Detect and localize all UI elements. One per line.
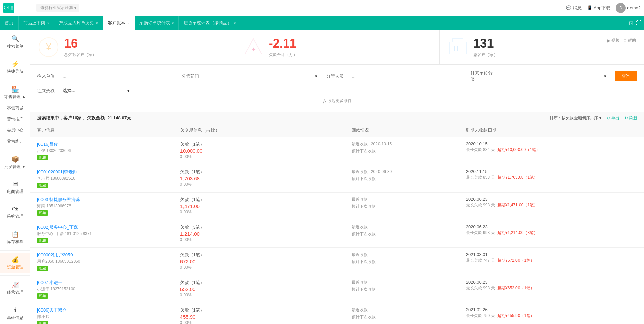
overdue-link[interactable]: 超期¥1,703.68（1笔） (497, 175, 538, 180)
inventory-icon: 📋 (11, 231, 19, 238)
overdue-link[interactable]: 超期¥672.00（1笔） (497, 258, 534, 263)
debt-count: 欠款（1笔） (180, 141, 352, 147)
client-name-link[interactable]: [0002]服务中心_丁磊 (37, 224, 180, 230)
filter-department: 分管部门 ▾ (181, 72, 319, 80)
client-name-link[interactable]: [000002]用户2050 (37, 252, 180, 258)
sidebar-item-retail-mall[interactable]: 零售商城 (0, 102, 30, 114)
chevron-down-icon: ▾ (74, 6, 76, 10)
sidebar-basic-label: 基础信息 (7, 315, 23, 321)
sidebar-item-inventory[interactable]: 📋 库存核算 (0, 228, 30, 247)
client-info: [0001020001]李老师 李老师 18600391516 现销 (37, 169, 180, 188)
counterpart-label: 往来单位 (37, 73, 61, 79)
sidebar-item-ecom[interactable]: 🖥 电商管理 (0, 178, 30, 197)
sort-selector[interactable]: 排序：按欠款金额倒序排序 ▾ (550, 115, 601, 121)
client-name-link[interactable]: [0016]吕俊 (37, 141, 180, 147)
refresh-icon: ↻ (625, 116, 628, 120)
sidebar-item-search[interactable]: 🔍 搜索菜单 (0, 32, 30, 52)
client-name-link[interactable]: [0001020001]李老师 (37, 169, 180, 175)
stats-row: ¥ 16 总欠款客户（家） ✦ -2.11 欠款合计（万） (30, 30, 644, 65)
sidebar-item-finance[interactable]: 💰 资金管理 (0, 253, 30, 273)
table-row: [0002]服务中心_丁磊 服务中心_丁磊 181 0125 8371 现销 欠… (30, 220, 644, 248)
next-collect-label: 预计下次收款 (352, 176, 466, 182)
sidebar-item-retail-stats[interactable]: 零售统计 (0, 136, 30, 147)
tab-home[interactable]: 首页 (0, 16, 19, 30)
app-download-btn[interactable]: 📱 App下载 (587, 5, 610, 11)
last-collect-label: 最近收款 (352, 307, 466, 313)
debt-info: 欠款（1笔） 10,000.00 0.00% (180, 141, 352, 159)
debt-amount: 652.00 (180, 286, 352, 292)
overdue-link[interactable]: 超期¥10,000.00（1笔） (497, 147, 540, 152)
tab-product-history[interactable]: 产成品入库单历史 × (54, 16, 103, 30)
counterpart-input[interactable]: ... (61, 72, 175, 80)
restore-icon[interactable]: ⊡ (629, 20, 633, 26)
category-select[interactable]: ▾ (494, 72, 608, 80)
overdue-link[interactable]: 超期¥455.90（1笔） (497, 313, 534, 318)
client-name-link[interactable]: [0006]去下粮仓 (37, 307, 180, 313)
maximize-icon[interactable]: ⛶ (636, 20, 641, 26)
export-button[interactable]: ⊙ 导出 (607, 115, 619, 121)
sidebar-item-ops[interactable]: 📈 经营管理 (0, 278, 30, 298)
help-btn[interactable]: ⊙ 帮助 (623, 38, 636, 43)
sidebar-item-quick-nav[interactable]: ⚡ 快捷导航 (0, 58, 30, 77)
client-contact: 李老师 18600391516 (37, 176, 180, 181)
total-customers-icon (448, 37, 468, 57)
client-info: [0007]小进干 小进干 18279152100 现销 (37, 279, 180, 299)
next-collect-label: 预计下次收款 (352, 259, 466, 265)
person-input[interactable]: ... (350, 72, 464, 80)
last-collect-label: 最近收款 2020-06-30 (352, 169, 466, 175)
tab-inbound-stats[interactable]: 进货单统计表（按商品） × (179, 16, 241, 30)
debt-percent: 0.00% (180, 182, 352, 187)
tab-product-listing[interactable]: 商品上下架 × (19, 16, 54, 30)
tab-customer-account[interactable]: 客户账本 × (103, 16, 135, 30)
filter-person: 分管人员 ... (326, 72, 464, 80)
purchase-icon: 🛍 (12, 206, 18, 213)
table-row: [0001020001]李老师 李老师 18600391516 现销 欠款（1笔… (30, 165, 644, 193)
stat-debt-total-text: -2.11 欠款合计（万） (269, 36, 297, 58)
close-icon[interactable]: × (234, 21, 236, 25)
close-icon[interactable]: × (47, 21, 49, 25)
overdue-link[interactable]: 超期¥652.00（1笔） (497, 286, 534, 290)
industry-selector[interactable]: 母婴行业演示账套 ▾ (36, 4, 79, 12)
client-contact: 小进干 18279152100 (37, 286, 180, 292)
message-btn[interactable]: 💬 消息 (566, 5, 582, 11)
due-date: 2020.06.23 (466, 224, 637, 229)
refresh-button[interactable]: ↻ 刷新 (625, 115, 637, 121)
client-name-link[interactable]: [0007]小进干 (37, 279, 180, 286)
tab-product-listing-label: 商品上下架 (23, 20, 45, 26)
sidebar-item-marketing[interactable]: 营销推广 (0, 114, 30, 125)
filter-row-2: 往来余额 选择... ▾ (37, 86, 637, 95)
due-date: 2020.06.23 (466, 279, 637, 285)
debt-total-icon: ✦ (243, 37, 263, 57)
sidebar-basic-section: ℹ 基础信息 (0, 301, 30, 324)
sidebar-item-basic[interactable]: ℹ 基础信息 (0, 304, 30, 323)
due-date: 2021.03.01 (466, 252, 637, 257)
client-info: [000002]用户2050 用户2050 18665062050 现销 (37, 252, 180, 271)
overdue-link[interactable]: 超期¥1,214.00（3笔） (497, 230, 538, 235)
client-info: [0002]服务中心_丁磊 服务中心_丁磊 181 0125 8371 现销 (37, 224, 180, 243)
debt-amount: 1,471.00 (180, 203, 352, 209)
person-label: 分管人员 (326, 73, 350, 79)
sidebar-item-purchase[interactable]: 🛍 采购管理 (0, 203, 30, 222)
balance-select[interactable]: 选择... ▾ (61, 86, 132, 95)
header-date: 到期未收款日期 (466, 127, 637, 134)
svg-rect-5 (453, 39, 463, 42)
collapse-button[interactable]: ⋀ 收起更多条件 (323, 98, 352, 104)
overdue-info: 最长欠款 998 天 超期¥1,214.00（3笔） (466, 230, 637, 236)
close-icon[interactable]: × (128, 21, 130, 25)
client-name-link[interactable]: [0003]畅捷服务尹海蕊 (37, 197, 180, 203)
close-icon[interactable]: × (172, 21, 174, 25)
close-icon[interactable]: × (96, 21, 98, 25)
debt-info: 欠款（1笔） 455.90 0.00% (180, 307, 352, 324)
tab-purchase-stats[interactable]: 采购订单统计表 × (135, 16, 179, 30)
query-button[interactable]: 查询 (615, 71, 637, 81)
sidebar-purchase-label: 采购管理 (7, 214, 23, 219)
user-menu[interactable]: D demo2 (616, 3, 641, 13)
overdue-link[interactable]: 超期¥1,471.00（1笔） (497, 203, 538, 207)
department-select[interactable]: ▾ (205, 72, 319, 80)
sidebar-item-member[interactable]: 会员中心 (0, 125, 30, 136)
sidebar-item-retail-mgmt[interactable]: 🏪 零售管理 ▲ (0, 83, 30, 102)
app-download-label: App下载 (594, 5, 610, 11)
export-icon: ⊙ (607, 116, 610, 120)
video-btn[interactable]: ▶ 视频 (607, 38, 619, 43)
sidebar-item-wholesale[interactable]: 📦 批发管理 ▼ (0, 153, 30, 172)
